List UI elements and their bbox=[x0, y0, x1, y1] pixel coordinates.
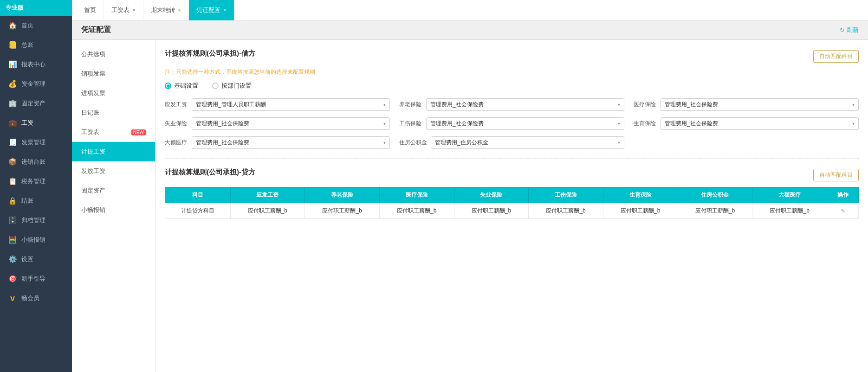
sidebar-item-settings[interactable]: ⚙️ 设置 bbox=[0, 250, 72, 269]
edit-icon[interactable]: ✎ bbox=[841, 208, 845, 214]
th-yingfa: 应发工资 bbox=[230, 187, 305, 203]
left-nav-payroll-table[interactable]: 工资表 NEW bbox=[72, 122, 155, 142]
right-content: 计提核算规则(公司承担)-借方 自动匹配科目 注：只能选择一种方式，系统将按照您… bbox=[155, 40, 868, 372]
select-yiliao[interactable]: 管理费用_社会保险费 ▾ bbox=[661, 98, 859, 111]
close-period-icon: 🔒 bbox=[8, 197, 17, 205]
tab-period-close[interactable]: 期末结转 × bbox=[143, 0, 189, 20]
credit-auto-match-button[interactable]: 自动匹配科目 bbox=[813, 169, 859, 181]
radio-dept[interactable]: 按部门设置 bbox=[212, 82, 252, 90]
select-shiye[interactable]: 管理费用_社会保险费 ▾ bbox=[192, 117, 390, 130]
assets-icon: 🏢 bbox=[8, 99, 17, 108]
debit-auto-match-button[interactable]: 自动匹配科目 bbox=[813, 50, 859, 63]
left-nav-journal[interactable]: 日记账 bbox=[72, 103, 155, 122]
top-tabs: 首页 工资表 × 期末结转 × 凭证配置 × bbox=[72, 0, 868, 20]
table-header-row: 科目 应发工资 养老保险 医疗保险 失业保险 工伤保险 生育保险 住房公积金 大… bbox=[165, 187, 859, 203]
th-subject: 科目 bbox=[165, 187, 231, 203]
td-row1-col4: 应付职工薪酬_b bbox=[379, 203, 454, 219]
page-header: 凭证配置 ↻ 刷新 bbox=[72, 20, 868, 40]
left-nav-expense-report[interactable]: 小畅报销 bbox=[72, 200, 155, 220]
page-title: 凭证配置 bbox=[81, 25, 111, 35]
form-row-shengyu: 生育保险 管理费用_社会保险费 ▾ bbox=[634, 117, 859, 130]
form-row-shiye: 失业保险 管理费用_社会保险费 ▾ bbox=[165, 117, 390, 130]
radio-dept-circle bbox=[212, 83, 219, 89]
sidebar-item-funds[interactable]: 💰 资金管理 bbox=[0, 74, 72, 94]
home-icon: 🏠 bbox=[8, 21, 17, 30]
credit-table: 科目 应发工资 养老保险 医疗保险 失业保险 工伤保险 生育保险 住房公积金 大… bbox=[165, 187, 859, 219]
th-action: 操作 bbox=[827, 187, 859, 203]
chevron-down-icon: ▾ bbox=[618, 102, 620, 107]
sidebar-item-guide[interactable]: 🎯 新手引导 bbox=[0, 269, 72, 289]
sidebar-item-close[interactable]: 🔒 结账 bbox=[0, 191, 72, 211]
select-yingfa[interactable]: 管理费用_管理人员职工薪酬 ▾ bbox=[192, 98, 390, 111]
td-row1-col6: 应付职工薪酬_b bbox=[529, 203, 603, 219]
settings-icon: ⚙️ bbox=[8, 255, 17, 263]
sidebar-item-assets[interactable]: 🏢 固定资产 bbox=[0, 94, 72, 113]
chevron-down-icon: ▾ bbox=[618, 140, 620, 145]
sidebar-item-tax[interactable]: 📋 税务管理 bbox=[0, 172, 72, 191]
close-tab-payroll[interactable]: × bbox=[132, 7, 136, 13]
radio-group: 基础设置 按部门设置 bbox=[165, 82, 859, 90]
radio-basic-circle bbox=[165, 83, 171, 89]
refresh-button[interactable]: ↻ 刷新 bbox=[840, 26, 859, 34]
td-row1-col7: 应付职工薪酬_b bbox=[603, 203, 678, 219]
sidebar-item-invoice[interactable]: 🧾 发票管理 bbox=[0, 133, 72, 152]
table-row: 计提贷方科目 应付职工薪酬_b 应付职工薪酬_b 应付职工薪酬_b 应付职工薪酬… bbox=[165, 203, 859, 219]
td-row1-action[interactable]: ✎ bbox=[827, 203, 859, 219]
ledger-icon: 📒 bbox=[8, 41, 17, 49]
select-daeli[interactable]: 管理费用_社会保险费 ▾ bbox=[192, 136, 390, 149]
sidebar-item-ledger[interactable]: 📒 总账 bbox=[0, 35, 72, 55]
left-nav-purchase-invoice[interactable]: 进项发票 bbox=[72, 83, 155, 103]
select-yanglao[interactable]: 管理费用_社会保险费 ▾ bbox=[426, 98, 624, 111]
sidebar-item-stock[interactable]: 📦 进销台账 bbox=[0, 152, 72, 172]
debit-section-note: 注：只能选择一种方式，系统将按照您当前的选择来配置规则 bbox=[165, 68, 859, 76]
expense-icon: 🧮 bbox=[8, 236, 17, 244]
archive-icon: 🗄️ bbox=[8, 216, 17, 224]
sidebar-item-archive[interactable]: 🗄️ 归档管理 bbox=[0, 211, 72, 230]
left-nav-sales-invoice[interactable]: 销项发票 bbox=[72, 64, 155, 83]
left-nav-fixed-assets[interactable]: 固定资产 bbox=[72, 181, 155, 200]
th-shengyu: 生育保险 bbox=[603, 187, 678, 203]
reports-icon: 📊 bbox=[8, 60, 17, 69]
credit-section-title: 计提核算规则(公司承担)-贷方 bbox=[165, 168, 255, 177]
sidebar-item-salary[interactable]: 💼 工资 bbox=[0, 113, 72, 133]
tab-voucher-config[interactable]: 凭证配置 × bbox=[189, 0, 234, 20]
left-nav-public[interactable]: 公共选项 bbox=[72, 45, 155, 64]
chevron-down-icon: ▾ bbox=[618, 121, 620, 126]
sidebar-item-home[interactable]: 🏠 首页 bbox=[0, 16, 72, 35]
debit-form-row-3: 大额医疗 管理费用_社会保险费 ▾ 住房公积金 管理费用_住房公积金 ▾ bbox=[165, 136, 859, 149]
tax-icon: 📋 bbox=[8, 177, 17, 186]
td-row1-col8: 应付职工薪酬_b bbox=[678, 203, 752, 219]
new-badge: NEW bbox=[131, 129, 146, 135]
chevron-down-icon: ▾ bbox=[383, 121, 386, 126]
content-layout: 公共选项 销项发票 进项发票 日记账 工资表 NEW 计提工资 发放工资 固 bbox=[72, 40, 868, 372]
chevron-down-icon: ▾ bbox=[383, 102, 386, 107]
td-row1-col3: 应付职工薪酬_b bbox=[305, 203, 380, 219]
funds-icon: 💰 bbox=[8, 80, 17, 88]
close-tab-period-close[interactable]: × bbox=[178, 7, 181, 13]
radio-basic[interactable]: 基础设置 bbox=[165, 82, 198, 90]
th-yanglao: 养老保险 bbox=[305, 187, 380, 203]
sidebar-item-expense[interactable]: 🧮 小畅报销 bbox=[0, 230, 72, 250]
left-nav-pay-salary[interactable]: 发放工资 bbox=[72, 161, 155, 181]
sidebar-item-reports[interactable]: 📊 报表中心 bbox=[0, 55, 72, 74]
close-tab-voucher-config[interactable]: × bbox=[223, 7, 227, 13]
debit-form-row-2: 失业保险 管理费用_社会保险费 ▾ 工伤保险 管理费用_社会保险费 ▾ 生育保险 bbox=[165, 117, 859, 130]
select-shengyu[interactable]: 管理费用_社会保险费 ▾ bbox=[661, 117, 859, 130]
sidebar-item-member[interactable]: V 畅会员 bbox=[0, 289, 72, 308]
invoice-icon: 🧾 bbox=[8, 138, 17, 147]
tab-home[interactable]: 首页 bbox=[77, 0, 104, 20]
form-row-gongshang: 工伤保险 管理费用_社会保险费 ▾ bbox=[399, 117, 624, 130]
th-daeli: 大额医疗 bbox=[752, 187, 827, 203]
chevron-down-icon: ▾ bbox=[383, 140, 386, 145]
left-nav-calc-salary[interactable]: 计提工资 bbox=[72, 142, 155, 161]
form-row-yanglao: 养老保险 管理费用_社会保险费 ▾ bbox=[399, 98, 624, 111]
guide-icon: 🎯 bbox=[8, 275, 17, 283]
select-gongshang[interactable]: 管理费用_社会保险费 ▾ bbox=[426, 117, 624, 130]
member-icon: V bbox=[8, 294, 17, 302]
select-gongjijin[interactable]: 管理费用_住房公积金 ▾ bbox=[431, 136, 624, 149]
form-row-daeli: 大额医疗 管理费用_社会保险费 ▾ bbox=[165, 136, 390, 149]
td-row1-col9: 应付职工薪酬_b bbox=[752, 203, 827, 219]
credit-section-header: 计提核算规则(公司承担)-贷方 自动匹配科目 bbox=[165, 168, 859, 182]
tab-payroll[interactable]: 工资表 × bbox=[104, 0, 143, 20]
form-row-yiliao: 医疗保险 管理费用_社会保险费 ▾ bbox=[634, 98, 859, 111]
